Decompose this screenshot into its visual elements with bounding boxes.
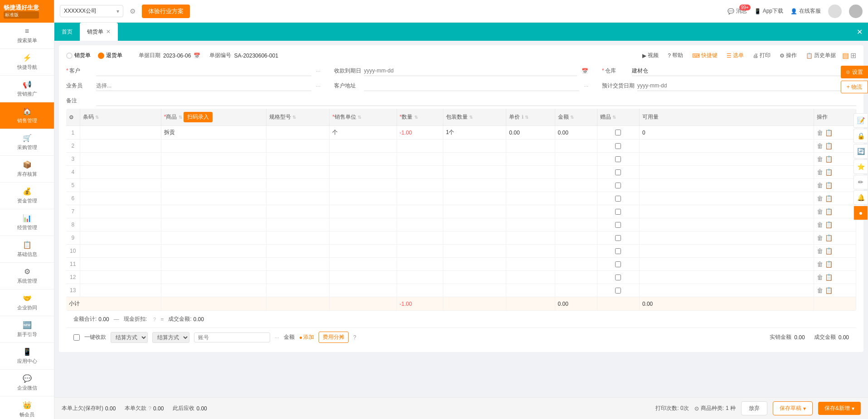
row-barcode[interactable] <box>80 231 161 245</box>
sidebar-item-purchase[interactable]: 🛒 采购管理 <box>0 129 54 156</box>
notes-input[interactable] <box>96 96 856 106</box>
row-product[interactable] <box>161 218 266 231</box>
tabbar-close-icon[interactable]: ✕ <box>857 28 868 36</box>
row-spec[interactable] <box>266 126 329 140</box>
copy-row-button[interactable]: 📋 <box>825 247 833 255</box>
row-gift[interactable] <box>597 271 639 284</box>
discount-info-icon[interactable]: ? <box>153 317 156 322</box>
sidebar-item-guide[interactable]: 🆕 新手引导 <box>0 316 54 343</box>
action-shortcut[interactable]: ⌨ 快捷键 <box>689 51 720 60</box>
sidebar-item-sales[interactable]: 🏠 销售管理 <box>0 102 54 129</box>
row-spec[interactable] <box>266 205 329 218</box>
save-new-chevron-icon[interactable]: ▾ <box>852 405 854 412</box>
row-unit-price[interactable] <box>506 205 555 218</box>
row-unit-price[interactable] <box>506 192 555 205</box>
payment-method-select[interactable]: 结算方式 <box>111 332 148 343</box>
address-dots-icon[interactable]: ··· <box>584 83 588 89</box>
row-gift[interactable] <box>597 218 639 231</box>
row-product[interactable]: 拆贡 <box>161 126 266 140</box>
side-orange-button[interactable]: ● <box>853 206 868 220</box>
sidebar-item-enterprise[interactable]: 🤝 企业协同 <box>0 289 54 316</box>
sidebar-item-inventory[interactable]: 📦 库存核算 <box>0 156 54 183</box>
row-gift[interactable] <box>597 258 639 271</box>
product-type-radio-icon[interactable]: ⊙ <box>694 405 699 412</box>
row-unit-price[interactable]: 0.00 <box>506 126 555 140</box>
row-qty[interactable] <box>397 218 443 231</box>
row-product[interactable] <box>161 271 266 284</box>
row-product[interactable] <box>161 179 266 192</box>
list-view-icon[interactable]: ▤ <box>842 51 849 60</box>
copy-row-button[interactable]: 📋 <box>825 142 833 149</box>
customer-address-input[interactable] <box>364 81 579 91</box>
sidebar-item-system[interactable]: ⚙ 系统管理 <box>0 263 54 289</box>
copy-row-button[interactable]: 📋 <box>825 182 833 189</box>
row-qty[interactable]: -1.00 <box>397 126 443 140</box>
row-product[interactable] <box>161 192 266 205</box>
row-product[interactable] <box>161 258 266 271</box>
row-gift[interactable] <box>597 245 639 258</box>
delete-row-button[interactable]: 🗑 <box>817 287 823 294</box>
row-qty[interactable] <box>397 245 443 258</box>
row-unit-price[interactable] <box>506 218 555 231</box>
action-help[interactable]: ? 帮助 <box>665 51 686 60</box>
row-qty[interactable] <box>397 271 443 284</box>
salesperson-dots-icon[interactable]: ··· <box>316 83 320 89</box>
row-barcode[interactable] <box>80 205 161 218</box>
one-click-payment-checkbox[interactable] <box>73 334 80 341</box>
app-download-item[interactable]: 📱 App下载 <box>754 7 783 15</box>
delete-row-button[interactable]: 🗑 <box>817 155 823 163</box>
row-gift[interactable] <box>597 140 639 153</box>
sidebar-item-quick[interactable]: ⚡ 快捷导航 <box>0 49 54 76</box>
row-gift[interactable] <box>597 126 639 140</box>
row-spec[interactable] <box>266 245 329 258</box>
row-gift[interactable] <box>597 284 639 297</box>
delete-row-button[interactable]: 🗑 <box>817 195 823 202</box>
sidebar-item-business[interactable]: 📊 经营管理 <box>0 209 54 236</box>
row-qty[interactable] <box>397 140 443 153</box>
row-spec[interactable] <box>266 153 329 166</box>
scan-button[interactable]: 扫码录入 <box>184 112 213 122</box>
row-product[interactable] <box>161 284 266 297</box>
col-settings[interactable]: ⚙ <box>66 109 80 126</box>
row-unit-price[interactable] <box>506 179 555 192</box>
row-barcode[interactable] <box>80 126 161 140</box>
row-qty[interactable] <box>397 153 443 166</box>
expected-date-input[interactable] <box>637 81 845 91</box>
company-selector[interactable]: XXXXXX公司 ▾ <box>60 5 123 17</box>
due-date-calendar-icon[interactable]: 📅 <box>582 68 588 74</box>
row-barcode[interactable] <box>80 166 161 179</box>
row-spec[interactable] <box>266 166 329 179</box>
row-spec[interactable] <box>266 192 329 205</box>
logistics-button[interactable]: + 物流 <box>841 81 868 93</box>
row-barcode[interactable] <box>80 192 161 205</box>
row-unit-price[interactable] <box>506 284 555 297</box>
expense-help-icon[interactable]: ? <box>353 334 356 341</box>
tab-home[interactable]: 首页 <box>54 23 80 41</box>
message-item[interactable]: 💬 消息 99+ <box>727 7 747 15</box>
sidebar-item-basic[interactable]: 📋 基础信息 <box>0 236 54 263</box>
copy-row-button[interactable]: 📋 <box>825 129 833 136</box>
sidebar-item-member[interactable]: 👑 畅会员 <box>0 396 54 419</box>
copy-row-button[interactable]: 📋 <box>825 287 833 294</box>
copy-row-button[interactable]: 📋 <box>825 260 833 268</box>
row-spec[interactable] <box>266 284 329 297</box>
row-gift[interactable] <box>597 231 639 245</box>
side-edit-button[interactable]: ✏ <box>853 175 868 189</box>
row-product[interactable] <box>161 245 266 258</box>
customer-dots-icon[interactable]: ··· <box>316 68 320 74</box>
row-spec[interactable] <box>266 218 329 231</box>
row-product[interactable] <box>161 231 266 245</box>
delete-row-button[interactable]: 🗑 <box>817 260 823 268</box>
account-input[interactable] <box>194 332 270 342</box>
row-qty[interactable] <box>397 258 443 271</box>
row-qty[interactable] <box>397 166 443 179</box>
online-service-item[interactable]: 👤 在线客服 <box>790 7 821 15</box>
save-draft-chevron-icon[interactable]: ▾ <box>803 405 806 412</box>
row-gift[interactable] <box>597 205 639 218</box>
trial-button[interactable]: 体验行业方案 <box>142 5 190 18</box>
row-gift[interactable] <box>597 153 639 166</box>
action-video[interactable]: ▶ 视频 <box>640 51 661 60</box>
salesperson-input[interactable] <box>96 81 311 91</box>
copy-row-button[interactable]: 📋 <box>825 274 833 281</box>
tab-close-icon[interactable]: ✕ <box>106 29 111 35</box>
